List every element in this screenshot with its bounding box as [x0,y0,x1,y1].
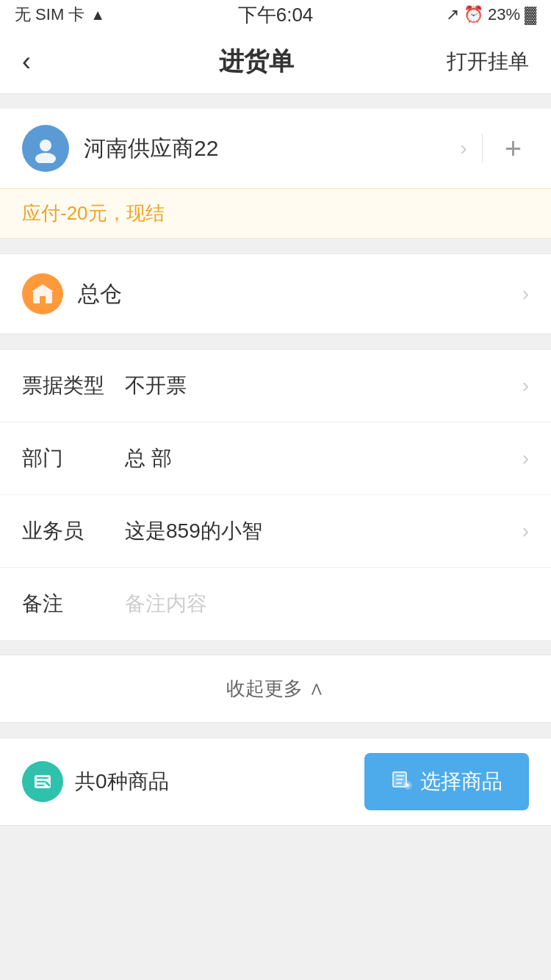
battery-icon: ▓ [525,5,536,24]
department-label: 部门 [22,444,125,472]
add-supplier-button[interactable]: + [497,132,529,165]
svg-point-1 [35,153,56,163]
invoice-type-row[interactable]: 票据类型 不开票 › [0,350,551,422]
section-gap-1 [0,94,551,109]
status-left: 无 SIM 卡 ▲ [15,4,105,26]
warehouse-name: 总仓 [78,279,522,309]
supplier-section: 河南供应商22 › + 应付-20元，现结 [0,109,551,239]
supplier-name: 河南供应商22 [84,134,460,164]
select-product-icon [391,768,413,796]
remark-label: 备注 [22,590,125,618]
location-icon: ↗ [446,5,459,24]
warehouse-row[interactable]: 总仓 › [0,253,551,334]
salesperson-value: 这是859的小智 [125,517,522,545]
salesperson-label: 业务员 [22,517,125,545]
open-pending-button[interactable]: 打开挂单 [447,48,529,76]
back-button[interactable]: ‹ [22,46,66,77]
supplier-row[interactable]: 河南供应商22 › + [0,109,551,188]
status-right: ↗ ⏰ 23% ▓ [446,5,536,24]
status-time: 下午6:04 [238,2,314,28]
battery-label: 23% [488,5,520,24]
carrier-label: 无 SIM 卡 [15,4,84,26]
nav-bar: ‹ 进货单 打开挂单 [0,29,551,94]
svg-point-0 [40,140,51,151]
salesperson-row[interactable]: 业务员 这是859的小智 › [0,495,551,568]
supplier-divider [482,134,483,163]
remark-input[interactable]: 备注内容 [125,590,529,618]
department-row[interactable]: 部门 总 部 › [0,422,551,495]
warehouse-icon [22,273,63,314]
page-title: 进货单 [219,45,294,79]
svg-marker-3 [32,284,54,292]
invoice-type-value: 不开票 [125,372,522,400]
wifi-icon: ▲ [90,7,105,24]
supplier-avatar [22,125,69,172]
notice-bar: 应付-20元，现结 [0,188,551,239]
product-count-text: 共0种商品 [75,768,169,796]
form-section: 票据类型 不开票 › 部门 总 部 › 业务员 这是859的小智 › 备注 备注… [0,349,551,640]
salesperson-chevron-icon: › [522,519,529,543]
select-product-button[interactable]: 选择商品 [364,753,529,810]
select-product-label: 选择商品 [420,768,503,796]
remark-row[interactable]: 备注 备注内容 [0,568,551,640]
page-container: 无 SIM 卡 ▲ 下午6:04 ↗ ⏰ 23% ▓ ‹ 进货单 打开挂单 河南… [0,0,551,980]
alarm-icon: ⏰ [464,5,483,24]
product-count-area: 共0种商品 [22,761,169,802]
invoice-type-label: 票据类型 [22,372,125,400]
warehouse-chevron-icon: › [522,282,529,306]
department-chevron-icon: › [522,447,529,470]
bottom-bar: 共0种商品 选择商品 [0,738,551,826]
product-icon [22,761,63,802]
svg-rect-4 [40,296,46,303]
invoice-type-chevron-icon: › [522,374,529,397]
status-bar: 无 SIM 卡 ▲ 下午6:04 ↗ ⏰ 23% ▓ [0,0,551,29]
supplier-chevron-icon: › [460,137,467,160]
collapse-button[interactable]: 收起更多 ∧ [0,655,551,723]
department-value: 总 部 [125,444,522,472]
